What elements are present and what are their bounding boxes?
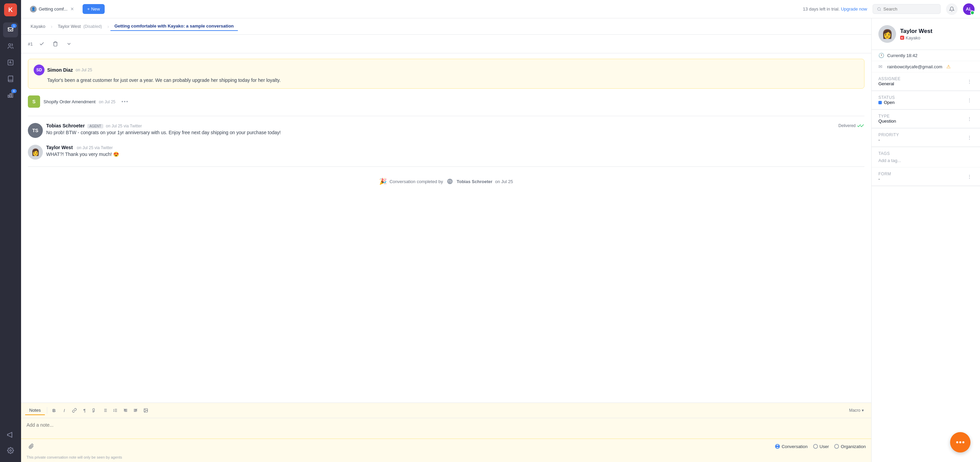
sidebar-item-inbox[interactable]: 1	[3, 22, 18, 37]
macro-button[interactable]: Macro ▾	[846, 406, 867, 414]
leaderboard-badge: 6	[11, 89, 17, 93]
priority-label: Priority	[878, 132, 899, 137]
italic-button[interactable]: I	[59, 406, 69, 415]
type-row: Type Question ⋮	[872, 110, 980, 128]
tobias-time: on Jul 25 via Twitter	[106, 124, 142, 129]
priority-value: -	[878, 137, 899, 142]
indent-button[interactable]	[131, 406, 140, 415]
svg-point-0	[8, 44, 11, 46]
completed-banner: 🎉 Conversation completed by TS Tobias Sc…	[28, 174, 864, 189]
status-expand-btn[interactable]: ⋮	[966, 97, 973, 103]
sidebar-item-reports[interactable]	[3, 55, 18, 70]
resolve-button[interactable]	[37, 39, 47, 49]
breadcrumb-tabs: Kayako › Taylor West (Disabled) › Gettin…	[21, 18, 871, 35]
upgrade-link[interactable]: Upgrade now	[841, 6, 867, 11]
floating-chat-button[interactable]	[950, 432, 970, 452]
outdent-button[interactable]	[121, 406, 130, 415]
conversation-tab[interactable]: 👤 Getting comf... ✕	[27, 4, 78, 14]
notes-hint: This private conversation note will only…	[21, 454, 871, 462]
radio-group: Conversation User Organization	[775, 444, 866, 449]
status-label-container: Status Open	[878, 95, 895, 105]
form-expand-btn[interactable]: ⋮	[966, 174, 973, 179]
completed-text: Conversation completed by	[390, 179, 443, 184]
attach-button[interactable]	[27, 441, 36, 451]
new-button[interactable]: + New	[83, 4, 105, 14]
sidebar-item-contacts[interactable]	[3, 39, 18, 54]
type-expand-btn[interactable]: ⋮	[966, 116, 973, 122]
notes-tab[interactable]: Notes	[25, 406, 45, 415]
completed-avatar: TS	[447, 179, 453, 184]
search-box[interactable]	[873, 4, 940, 14]
assignee-section: Assignee General ⋮	[872, 72, 980, 91]
form-value: -	[878, 176, 891, 181]
sidebar-item-book[interactable]	[3, 71, 18, 86]
notes-footer: Conversation User Organization	[21, 438, 871, 454]
radio-user[interactable]: User	[813, 444, 829, 449]
svg-rect-5	[8, 95, 9, 97]
float-dot-3	[963, 441, 964, 443]
type-label-container: Type Question	[878, 114, 896, 124]
conversation-panel: Kayako › Taylor West (Disabled) › Gettin…	[21, 18, 871, 462]
sidebar-item-settings[interactable]	[3, 443, 18, 458]
paragraph-button[interactable]: ¶	[80, 406, 89, 415]
divider-1	[28, 116, 864, 116]
notes-toolbar: Notes B I ¶	[21, 403, 871, 418]
tobias-avatar: TS	[28, 123, 43, 138]
tab-taylor[interactable]: Taylor West (Disabled)	[54, 22, 106, 30]
notifications-button[interactable]	[946, 3, 958, 15]
notes-input-area[interactable]	[21, 418, 871, 438]
taylor-name: Taylor West	[46, 145, 73, 150]
main-area: 👤 Getting comf... ✕ + New 13 days left i…	[21, 0, 980, 462]
integration-time: on Jul 25	[99, 100, 116, 104]
sidebar-item-leaderboard[interactable]: 6	[3, 87, 18, 103]
unordered-list-button[interactable]	[100, 406, 110, 415]
form-label-container: Form -	[878, 171, 891, 181]
user-avatar[interactable]: AL	[963, 3, 975, 15]
note-message: SD Simon Diaz on Jul 25 Taylor's been a …	[28, 59, 864, 89]
agent-message-body: Tobias Schroeter AGENT on Jul 25 via Twi…	[46, 123, 864, 135]
image-button[interactable]	[141, 406, 151, 415]
tab-conversation[interactable]: Getting comfortable with Kayako: a sampl…	[110, 22, 238, 31]
quote-button[interactable]	[90, 406, 100, 415]
priority-row: Priority - ⋮	[872, 129, 980, 147]
trial-text: 13 days left in trial. Upgrade now	[803, 6, 867, 11]
type-label: Type	[878, 114, 896, 119]
status-row: Status Open ⋮	[872, 91, 980, 110]
sidebar-item-megaphone[interactable]	[3, 427, 18, 442]
form-label: Form	[878, 171, 891, 176]
integration-menu-btn[interactable]	[119, 100, 130, 103]
tags-label: Tags	[878, 151, 973, 156]
assignee-expand-btn[interactable]: ⋮	[966, 79, 973, 84]
tab-kayako[interactable]: Kayako	[27, 22, 49, 30]
logo[interactable]: K	[4, 3, 17, 16]
radio-organization[interactable]: Organization	[834, 444, 866, 449]
toolbar-separator	[47, 407, 47, 414]
link-button[interactable]	[70, 406, 79, 415]
radio-conversation[interactable]: Conversation	[775, 444, 808, 449]
right-panel: 👩 Taylor West K Kayako 🕐 Currently 18:42…	[871, 18, 980, 462]
taylor-text: WHAT?! Thank you very much! 😍	[46, 151, 864, 157]
divider-2	[28, 167, 864, 167]
topbar-right: 13 days left in trial. Upgrade now AL	[803, 3, 975, 15]
more-options-button[interactable]	[64, 39, 74, 49]
clock-icon: 🕐	[878, 52, 885, 58]
delete-button[interactable]	[50, 39, 60, 49]
priority-section: Priority - ⋮	[872, 129, 980, 147]
agent-badge: AGENT	[88, 124, 103, 129]
radio-org-circle	[834, 444, 839, 449]
status-label: Status	[878, 95, 895, 100]
notes-input[interactable]	[27, 422, 866, 428]
bold-button[interactable]: B	[49, 406, 59, 415]
conversation-number: #1	[28, 41, 33, 46]
tags-add-btn[interactable]: Add a tag...	[878, 158, 973, 163]
assignee-label-container: Assignee General	[878, 76, 900, 86]
simon-name: Simon Diaz	[47, 67, 73, 73]
tab-close-btn[interactable]: ✕	[70, 6, 75, 12]
type-value: Question	[878, 119, 896, 124]
ordered-list-button[interactable]	[110, 406, 120, 415]
inbox-badge: 1	[11, 24, 17, 28]
tab-avatar: 👤	[30, 6, 37, 13]
note-text: Taylor's been a great customer for just …	[47, 78, 859, 83]
search-input[interactable]	[883, 6, 936, 11]
priority-expand-btn[interactable]: ⋮	[966, 135, 973, 140]
